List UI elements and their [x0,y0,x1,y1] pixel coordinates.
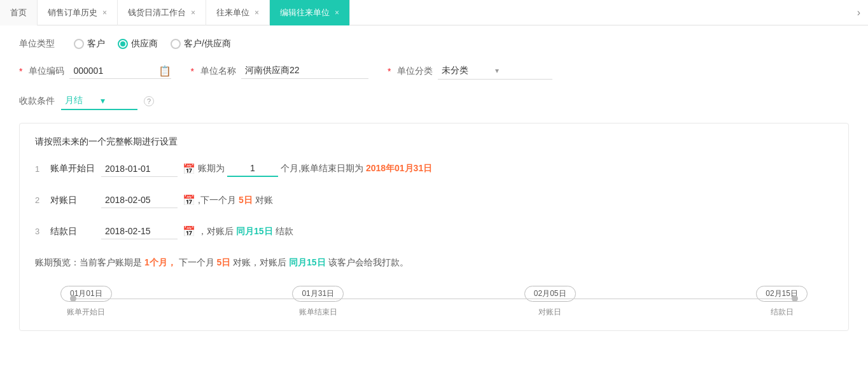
tab-partner-units-label: 往来单位 [216,7,249,18]
unit-code-input[interactable] [69,63,158,78]
preview-reconcile-highlight: 5日 [216,257,230,267]
row-2-date-input[interactable] [101,192,178,208]
unit-category-arrow: ▾ [495,66,549,75]
unit-type-row: 单位类型 客户 供应商 客户/供应商 [19,38,849,50]
unit-name-group: * 单位名称 [190,63,368,79]
unit-code-star: * [19,66,22,76]
radio-customer-circle [74,39,84,49]
settings-box: 请按照未来的一个完整帐期进行设置 1 账单开始日 📅 账期为 个月,账单结束日期… [19,123,849,331]
row-3-suffix-pre: ，对账后 [198,226,234,237]
preview-reconcile-post: 对账，对账后 [233,257,286,267]
row-2-date-group: 📅 [101,192,195,208]
radio-customer[interactable]: 客户 [74,38,105,50]
row-3-label: 结款日 [50,226,101,237]
row-3-calendar-icon[interactable]: 📅 [183,225,195,237]
timeline-node-1-date: 01月01日 [60,286,112,302]
row-1-period-input[interactable] [227,160,278,177]
unit-code-input-wrapper: 📋 [69,63,171,79]
timeline-node-2-label: 账单结束日 [299,307,337,318]
tab-partner-units[interactable]: 往来单位 × [206,0,270,25]
payment-condition-select[interactable]: 月结 ▾ [61,92,137,110]
unit-code-label: 单位编码 [29,66,64,77]
radio-customer-label: 客户 [87,38,105,50]
timeline-node-1-label: 账单开始日 [67,307,105,318]
timeline-nodes: 01月01日 账单开始日 01月31日 账单结束日 02月05日 对账日 02月… [60,286,808,318]
tab-partner-units-close[interactable]: × [255,8,259,17]
unit-name-input[interactable] [241,63,368,79]
unit-category-star: * [388,66,391,76]
tab-bar: 首页 销售订单历史 × 钱货日清工作台 × 往来单位 × 编辑往来单位 × › [0,0,868,25]
radio-supplier[interactable]: 供应商 [118,38,158,50]
row-3-suffix-post: 结款 [276,226,293,237]
row-3-date-group: 📅 [101,223,195,239]
row-2-suffix-post: 对账 [255,195,273,206]
tab-sales-history[interactable]: 销售订单历史 × [38,0,118,25]
preview-payment-highlight: 同月15日 [289,257,326,267]
unit-category-label: 单位分类 [397,66,433,77]
row-2-suffix-pre: ,下一个月 [198,195,236,206]
unit-name-star: * [190,66,193,76]
box-title: 请按照未来的一个完整帐期进行设置 [35,136,833,148]
tab-edit-partner-close[interactable]: × [335,8,339,17]
main-content: 单位类型 客户 供应商 客户/供应商 * 单位编码 📋 [0,25,868,387]
setting-row-1: 1 账单开始日 📅 账期为 个月,账单结束日期为 2018年01月31日 [35,160,833,177]
payment-condition-value: 月结 [65,95,98,106]
row-1-date-group: 📅 [101,161,195,177]
radio-supplier-label: 供应商 [131,38,158,50]
timeline-node-4: 02月15日 结款日 [756,286,808,318]
radio-both-label: 客户/供应商 [184,38,231,50]
tab-expand-button[interactable]: › [850,7,868,18]
row-2-number: 2 [35,195,50,205]
preview-reconcile-pre: 下一个月 [179,257,214,267]
unit-type-radio-group: 客户 供应商 客户/供应商 [74,38,231,50]
row-1-label: 账单开始日 [50,163,101,174]
tab-cash-work-label: 钱货日清工作台 [128,7,186,18]
row-1-suffix-label: 账期为 [198,163,225,174]
setting-row-2: 2 对账日 📅 ,下一个月 5日 对账 [35,192,833,208]
radio-supplier-circle [118,39,128,49]
tab-sales-history-close[interactable]: × [102,8,107,17]
unit-name-label: 单位名称 [200,66,236,77]
row-2-calendar-icon[interactable]: 📅 [183,194,195,206]
timeline-node-4-date: 02月15日 [756,286,808,302]
timeline-node-2-date: 01月31日 [292,286,344,302]
unit-info-row: * 单位编码 📋 * 单位名称 * 单位分类 未分类 ▾ [19,62,849,80]
row-3-suffix-highlight: 同月15日 [236,226,273,237]
timeline-node-2: 01月31日 账单结束日 [292,286,344,318]
row-2-suffix-highlight: 5日 [239,195,253,206]
timeline-section: 01月01日 账单开始日 01月31日 账单结束日 02月05日 对账日 02月… [35,286,833,318]
radio-both[interactable]: 客户/供应商 [171,38,231,50]
row-1-number: 1 [35,164,50,174]
timeline-node-3: 02月05日 对账日 [524,286,576,318]
preview-suffix: 该客户会给我打款。 [328,257,409,267]
row-1-period-unit: 个月,账单结束日期为 [281,163,363,174]
row-1-date-input[interactable] [101,161,178,177]
preview-prefix: 账期预览：当前客户账期是 [35,257,142,267]
tab-home-label: 首页 [10,7,27,18]
unit-code-icon[interactable]: 📋 [158,65,171,77]
help-icon[interactable]: ? [144,96,154,106]
timeline-node-3-label: 对账日 [538,307,561,318]
timeline-node-4-label: 结款日 [771,307,794,318]
tab-cash-work[interactable]: 钱货日清工作台 × [118,0,206,25]
timeline-node-3-date: 02月05日 [524,286,576,302]
tab-sales-history-label: 销售订单历史 [48,7,97,18]
unit-code-group: * 单位编码 📋 [19,63,171,79]
tab-edit-partner[interactable]: 编辑往来单位 × [270,0,350,25]
tab-edit-partner-label: 编辑往来单位 [280,7,330,18]
tab-home[interactable]: 首页 [0,0,38,25]
preview-text-row: 账期预览：当前客户账期是 1个月， 下一个月 5日 对账，对账后 同月15日 该… [35,255,833,271]
unit-category-group: * 单位分类 未分类 ▾ [388,62,552,80]
row-3-number: 3 [35,227,50,236]
payment-condition-arrow: ▾ [101,95,134,106]
timeline-line [73,299,795,299]
preview-period: 1个月， [144,257,176,267]
tab-cash-work-close[interactable]: × [191,8,195,17]
row-3-date-input[interactable] [101,223,178,239]
payment-condition-row: 收款条件 月结 ▾ ? [19,92,849,110]
unit-type-label: 单位类型 [19,38,55,50]
payment-condition-label: 收款条件 [19,95,55,107]
unit-category-select[interactable]: 未分类 ▾ [438,62,552,80]
row-1-calendar-icon[interactable]: 📅 [183,163,195,175]
setting-row-3: 3 结款日 📅 ，对账后 同月15日 结款 [35,223,833,239]
